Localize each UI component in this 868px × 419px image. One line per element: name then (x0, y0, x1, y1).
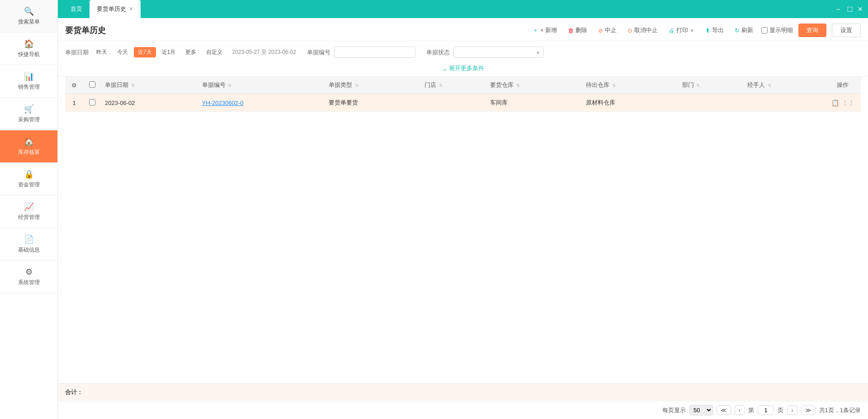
sort-doc-type-icon[interactable]: ⇅ (355, 83, 359, 88)
sidebar-item-label: 销售管理 (18, 83, 40, 91)
export-icon: ⬆ (705, 27, 710, 34)
stop-button[interactable]: ⊘ 中止 (595, 24, 619, 36)
table-footer: 合计： (58, 383, 868, 401)
sort-store-icon[interactable]: ⇅ (439, 83, 443, 88)
cancel-stop-button[interactable]: ⊙ 取消中止 (625, 24, 660, 36)
cancel-stop-label: 取消中止 (634, 26, 658, 34)
print-button[interactable]: 🖨 打印 ▼ (666, 24, 697, 36)
column-settings-icon[interactable]: ⚙ (71, 82, 77, 89)
show-detail-checkbox[interactable] (761, 27, 768, 33)
sidebar-item-inventory-calc[interactable]: 🏠 库存核算 (0, 130, 57, 163)
refresh-label: 刷新 (741, 26, 753, 34)
sidebar-item-purchase-mgmt[interactable]: 🛒 采购管理 (0, 98, 57, 130)
requisition-table: ⚙ 单据日期 ⇅ 单据编号 ⇅ (65, 76, 861, 112)
prev-page-button[interactable]: ‹ (735, 405, 745, 415)
first-page-button[interactable]: ≪ (717, 405, 731, 415)
new-label: + 新增 (540, 26, 557, 34)
setting-button[interactable]: 设置 (832, 24, 861, 37)
row-handler (744, 94, 825, 112)
row-pending-warehouse: 原材料仓库 (582, 94, 678, 112)
date-btn-7days[interactable]: 近7天 (134, 47, 156, 57)
sidebar-item-finance-mgmt[interactable]: 🔒 资金管理 (0, 163, 57, 195)
sidebar-item-sales-mgmt[interactable]: 📊 销售管理 (0, 65, 57, 98)
col-action: 操作 (825, 76, 861, 94)
status-select-wrap (453, 47, 544, 58)
edit-action-icon[interactable]: 📋 (831, 99, 839, 106)
col-doc-type: 单据类型 ⇅ (325, 76, 421, 94)
table-area: ⚙ 单据日期 ⇅ 单据编号 ⇅ (58, 76, 868, 383)
date-btn-yesterday[interactable]: 昨天 (92, 47, 111, 57)
sidebar-item-quick-nav[interactable]: 🏠 快捷导航 (0, 33, 57, 65)
sort-pending-warehouse-icon[interactable]: ⇅ (612, 83, 616, 88)
status-filter-select[interactable] (453, 47, 544, 58)
row-checkbox-cell (83, 94, 101, 112)
refresh-icon: ↻ (735, 27, 740, 34)
tab-home[interactable]: 首页 (63, 0, 90, 18)
date-btn-more[interactable]: 更多 (181, 47, 200, 57)
date-btn-today[interactable]: 今天 (113, 47, 132, 57)
row-req-warehouse: 车间库 (486, 94, 582, 112)
date-btn-1month[interactable]: 近1月 (158, 47, 180, 57)
page-number-input[interactable] (758, 405, 774, 415)
more-action-icon[interactable]: ⋮⋮ (842, 99, 854, 106)
sort-handler-icon[interactable]: ⇅ (768, 83, 771, 88)
sort-doc-no-icon[interactable]: ⇅ (228, 83, 231, 88)
query-button[interactable]: 查询 (798, 24, 826, 37)
expand-filter-label: 展开更多条件 (449, 64, 484, 72)
cancel-stop-icon: ⊙ (627, 27, 632, 34)
docno-filter-input[interactable] (334, 47, 415, 58)
sidebar-item-search-menu[interactable]: 🔍 搜索菜单 (0, 0, 57, 33)
status-filter-label: 单据状态 (426, 48, 450, 57)
ops-mgmt-icon: 📈 (24, 202, 34, 212)
maximize-button[interactable]: □ (848, 5, 853, 14)
minimize-button[interactable]: － (834, 4, 842, 14)
row-store (421, 94, 486, 112)
inventory-calc-icon: 🏠 (24, 137, 34, 147)
sidebar-item-basic-info[interactable]: 📄 基础信息 (0, 228, 57, 261)
date-btn-custom[interactable]: 自定义 (202, 47, 226, 57)
finance-mgmt-icon: 🔒 (24, 169, 34, 179)
filter-row-main: 单据日期 昨天 今天 近7天 近1月 更多 自定义 2023-05-27 至 2… (65, 47, 861, 58)
col-settings: ⚙ (65, 76, 83, 94)
show-detail-label: 显示明细 (769, 26, 793, 34)
date-filter-buttons: 昨天 今天 近7天 近1月 更多 自定义 (92, 47, 226, 57)
date-range-display: 2023-05-27 至 2023-06-02 (232, 48, 296, 56)
export-button[interactable]: ⬆ 导出 (703, 24, 726, 36)
sort-req-warehouse-icon[interactable]: ⇅ (516, 83, 520, 88)
sidebar-item-label: 快捷导航 (18, 51, 40, 58)
sort-doc-date-icon[interactable]: ⇅ (131, 83, 135, 88)
sidebar-item-label: 基础信息 (18, 246, 40, 254)
tab-close-icon[interactable]: ✕ (129, 6, 133, 12)
close-button[interactable]: × (858, 5, 863, 14)
new-button[interactable]: ＋ + 新增 (530, 24, 560, 36)
doc-no-link[interactable]: YH-20230602-0 (202, 100, 244, 106)
expand-filter-button[interactable]: ⌄ 展开更多条件 (442, 64, 484, 72)
table-header: ⚙ 单据日期 ⇅ 单据编号 ⇅ (65, 76, 861, 94)
row-doc-date: 2023-06-02 (101, 94, 198, 112)
filter-group-docno: 单据编号 (307, 47, 415, 58)
next-page-button[interactable]: › (787, 405, 797, 415)
show-detail-toggle[interactable]: 显示明细 (761, 26, 793, 34)
col-doc-date: 单据日期 ⇅ (101, 76, 198, 94)
topbar-right-controls: － □ × (834, 4, 863, 14)
toolbar: ＋ + 新增 🗑 删除 ⊘ 中止 ⊙ 取消中止 🖨 打印 (530, 24, 861, 37)
refresh-button[interactable]: ↻ 刷新 (732, 24, 756, 36)
row-checkbox[interactable] (89, 99, 95, 105)
purchase-mgmt-icon: 🛒 (24, 104, 34, 114)
sidebar-item-sys-mgmt[interactable]: ⚙ 系统管理 (0, 261, 57, 293)
col-doc-no: 单据编号 ⇅ (198, 76, 325, 94)
row-dept (679, 94, 744, 112)
page-size-select[interactable]: 50 20 100 200 (689, 405, 713, 415)
docno-filter-label: 单据编号 (307, 48, 330, 57)
expand-down-icon: ⌄ (442, 65, 447, 72)
page-title: 要货单历史 (65, 25, 106, 36)
tab-home-label: 首页 (71, 5, 82, 13)
tab-requisition-history[interactable]: 要货单历史 ✕ (90, 0, 141, 18)
sidebar-item-ops-mgmt[interactable]: 📈 经营管理 (0, 195, 57, 228)
last-page-button[interactable]: ≫ (801, 405, 816, 415)
delete-button[interactable]: 🗑 删除 (565, 24, 590, 36)
select-all-checkbox[interactable] (89, 81, 95, 88)
page-header: 要货单历史 ＋ + 新增 🗑 删除 ⊘ 中止 ⊙ 取消中止 (58, 18, 868, 41)
print-dropdown-icon: ▼ (690, 28, 694, 33)
sort-dept-icon[interactable]: ⇅ (696, 83, 700, 88)
